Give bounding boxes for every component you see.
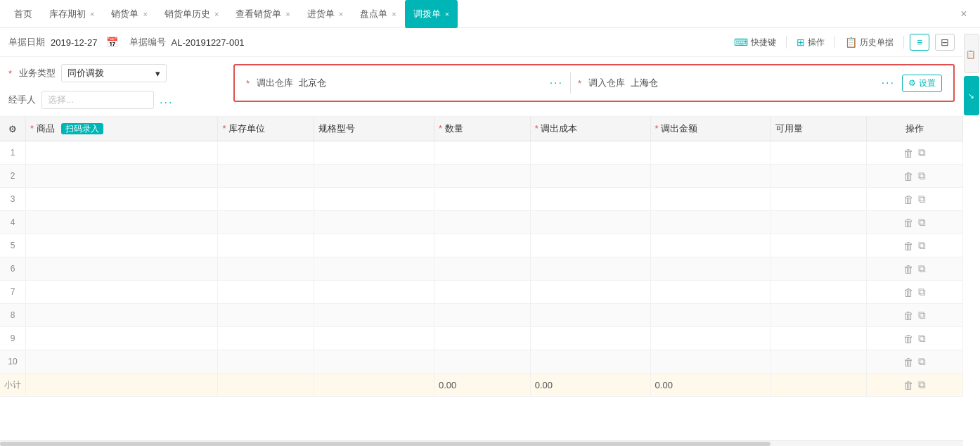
spec-cell[interactable] <box>314 304 434 327</box>
tab-inventory-check-close[interactable]: × <box>392 10 396 18</box>
qty-cell[interactable] <box>434 141 531 165</box>
cost-cell[interactable] <box>530 141 650 165</box>
delete-icon[interactable]: 🗑 <box>903 240 914 252</box>
goods-cell[interactable] <box>26 374 218 397</box>
spec-cell[interactable] <box>314 281 434 304</box>
spec-cell[interactable] <box>314 211 434 234</box>
unit-cell[interactable] <box>218 165 314 188</box>
tab-transfer-order-close[interactable]: × <box>445 10 449 18</box>
qty-cell[interactable] <box>434 234 531 257</box>
qty-cell[interactable] <box>434 188 531 211</box>
amount-cell[interactable] <box>650 141 771 165</box>
amount-cell[interactable] <box>650 211 771 234</box>
tab-sales-history[interactable]: 销货单历史 × <box>156 0 227 28</box>
copy-icon[interactable]: ⧉ <box>918 332 926 345</box>
amount-cell[interactable]: 0.00 <box>650 374 771 397</box>
unit-cell[interactable] <box>218 327 314 350</box>
copy-icon[interactable]: ⧉ <box>918 378 926 391</box>
list-view-button[interactable]: ⊟ <box>935 34 955 51</box>
goods-cell[interactable] <box>26 257 218 281</box>
delete-icon[interactable]: 🗑 <box>903 217 914 229</box>
spec-cell[interactable] <box>314 374 434 397</box>
calendar-icon[interactable]: 📅 <box>106 37 118 48</box>
unit-cell[interactable] <box>218 211 314 234</box>
copy-icon[interactable]: ⧉ <box>918 309 926 321</box>
operator-select[interactable]: 选择... <box>41 91 154 109</box>
delete-icon[interactable]: 🗑 <box>903 263 914 275</box>
cost-cell[interactable] <box>530 234 650 257</box>
cost-cell[interactable] <box>530 327 650 350</box>
goods-cell[interactable] <box>26 141 218 165</box>
tab-inventory-check[interactable]: 盘点单 × <box>352 0 404 28</box>
unit-cell[interactable] <box>218 257 314 281</box>
horizontal-scrollbar[interactable] <box>0 440 963 446</box>
delete-icon[interactable]: 🗑 <box>903 193 914 205</box>
spec-cell[interactable] <box>314 165 434 188</box>
copy-icon[interactable]: ⧉ <box>918 355 926 368</box>
amount-cell[interactable] <box>650 304 771 327</box>
tab-purchase-order-close[interactable]: × <box>339 10 343 18</box>
cost-cell[interactable] <box>530 257 650 281</box>
biz-type-select[interactable]: 同价调拨 ▾ <box>61 64 167 82</box>
cost-cell[interactable] <box>530 350 650 374</box>
amount-cell[interactable] <box>650 327 771 350</box>
unit-cell[interactable] <box>218 141 314 165</box>
qty-cell[interactable] <box>434 281 531 304</box>
tab-sales-history-close[interactable]: × <box>214 10 219 18</box>
tab-home[interactable]: 首页 <box>6 0 41 28</box>
unit-cell[interactable] <box>218 374 314 397</box>
shortcut-button[interactable]: ⌨ 快捷键 <box>730 34 780 51</box>
spec-cell[interactable] <box>314 234 434 257</box>
copy-icon[interactable]: ⧉ <box>918 262 926 275</box>
transfer-in-more-btn[interactable]: ··· <box>882 77 895 89</box>
qty-cell[interactable] <box>434 257 531 281</box>
delete-icon[interactable]: 🗑 <box>903 333 914 345</box>
qty-cell[interactable] <box>434 304 531 327</box>
unit-cell[interactable] <box>218 234 314 257</box>
settings-button[interactable]: ⚙ 设置 <box>902 75 942 92</box>
qty-cell[interactable] <box>434 327 531 350</box>
goods-cell[interactable] <box>26 211 218 234</box>
qty-cell[interactable] <box>434 211 531 234</box>
cost-cell[interactable] <box>530 165 650 188</box>
unit-cell[interactable] <box>218 350 314 374</box>
cost-cell[interactable] <box>530 304 650 327</box>
scrollbar-thumb[interactable] <box>0 442 771 446</box>
cost-cell[interactable] <box>530 211 650 234</box>
sidebar-doc-button[interactable]: 📋 <box>964 34 979 73</box>
copy-icon[interactable]: ⧉ <box>918 193 926 205</box>
amount-cell[interactable] <box>650 257 771 281</box>
amount-cell[interactable] <box>650 234 771 257</box>
window-close-button[interactable]: × <box>953 4 974 25</box>
tab-inventory-init[interactable]: 库存期初 × <box>41 0 103 28</box>
operation-button[interactable]: ⊞ 操作 <box>792 34 829 51</box>
history-button[interactable]: 📋 历史单据 <box>841 34 898 51</box>
unit-cell[interactable] <box>218 304 314 327</box>
copy-icon[interactable]: ⧉ <box>918 239 926 252</box>
qty-cell[interactable] <box>434 165 531 188</box>
tab-sales-order-close[interactable]: × <box>143 10 147 18</box>
goods-cell[interactable] <box>26 234 218 257</box>
transfer-out-more-btn[interactable]: ··· <box>550 77 563 89</box>
delete-icon[interactable]: 🗑 <box>903 310 914 321</box>
delete-icon[interactable]: 🗑 <box>903 170 914 182</box>
amount-cell[interactable] <box>650 165 771 188</box>
goods-cell[interactable] <box>26 304 218 327</box>
amount-cell[interactable] <box>650 281 771 304</box>
goods-cell[interactable] <box>26 327 218 350</box>
amount-cell[interactable] <box>650 188 771 211</box>
tab-view-sales[interactable]: 查看销货单 × <box>227 0 298 28</box>
unit-cell[interactable] <box>218 188 314 211</box>
spec-cell[interactable] <box>314 257 434 281</box>
sidebar-export-button[interactable]: ↗ <box>964 76 979 115</box>
unit-cell[interactable] <box>218 281 314 304</box>
qty-cell[interactable]: 0.00 <box>434 374 531 397</box>
spec-cell[interactable] <box>314 327 434 350</box>
tab-view-sales-close[interactable]: × <box>285 10 290 18</box>
operator-more-btn[interactable]: ... <box>160 94 173 106</box>
delete-icon[interactable]: 🗑 <box>903 379 914 391</box>
tab-sales-order[interactable]: 销货单 × <box>103 0 155 28</box>
copy-icon[interactable]: ⧉ <box>918 170 926 182</box>
scan-button[interactable]: 扫码录入 <box>61 123 103 134</box>
spec-cell[interactable] <box>314 188 434 211</box>
